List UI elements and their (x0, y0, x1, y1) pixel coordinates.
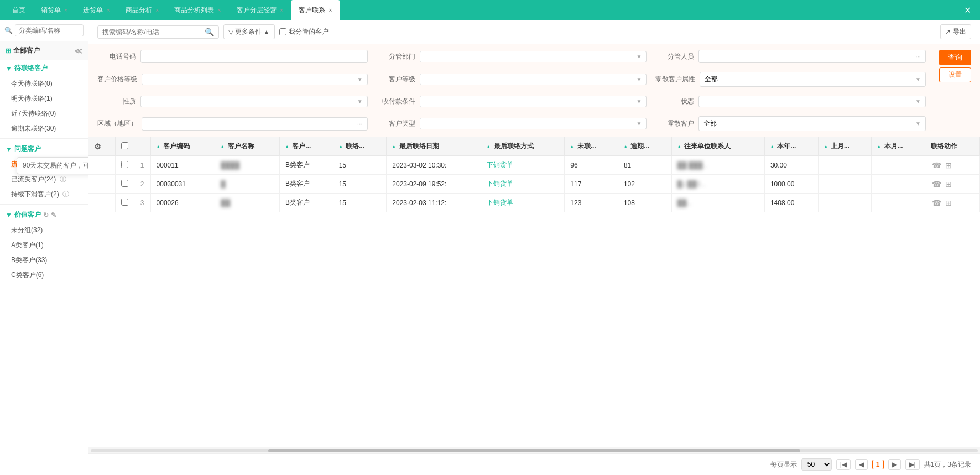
person-select-dots[interactable]: ··· (915, 53, 921, 60)
person-select[interactable]: ··· (698, 50, 926, 63)
sidebar-item-today-contact[interactable]: 今天待联络(0) (0, 76, 88, 91)
phone-input[interactable] (140, 50, 368, 63)
horizontal-scrollbar[interactable] (88, 447, 980, 453)
sidebar-item-unclassified[interactable]: 未分组(32) (0, 223, 88, 238)
sidebar-item-churned[interactable]: 已流失客户(24) ⓘ (0, 172, 88, 187)
status-select[interactable]: ▼ (698, 96, 926, 107)
export-button[interactable]: ↗ 导出 (940, 24, 971, 39)
page-next-button[interactable]: ▶ (888, 459, 901, 470)
filter-search-icon[interactable]: 🔍 (205, 28, 214, 36)
last-method-link[interactable]: 下销货单 (487, 180, 513, 187)
row-checkbox-cell[interactable] (115, 156, 134, 175)
th-checkbox[interactable] (115, 137, 134, 156)
th-type[interactable]: ⬥ 客户... (280, 137, 333, 156)
tab-customer-contact-close[interactable]: × (329, 7, 332, 13)
tab-customer-segment[interactable]: 客户分层经营 × (229, 0, 291, 20)
scrollbar-thumb[interactable] (268, 449, 800, 452)
zero-retail-attr-select[interactable]: 全部 ▼ (700, 72, 926, 87)
action-contact-icon[interactable]: ☎ (932, 161, 941, 170)
sidebar-item-class-a[interactable]: A类客户(1) (0, 238, 88, 253)
sidebar-item-class-c[interactable]: C类客户(6) (0, 268, 88, 283)
per-page-select[interactable]: 50 100 (801, 458, 832, 471)
tab-product-analysis-list[interactable]: 商品分析列表 × (166, 0, 228, 20)
row-this-month-cell (872, 175, 925, 194)
row-checkbox-cell[interactable] (115, 194, 134, 212)
group-problem-customers[interactable]: ▼ 问题客户 (0, 141, 88, 157)
customer-type-select[interactable]: ▼ (420, 118, 647, 129)
all-customers-header[interactable]: ⊞ 全部客户 ≪ (0, 41, 88, 60)
last-method-link[interactable]: 下销货单 (487, 199, 513, 206)
customer-type-arrow: ▼ (636, 121, 642, 127)
last-method-link[interactable]: 下销货单 (487, 161, 513, 169)
sidebar-item-7days-contact[interactable]: 近7天待联络(0) (0, 106, 88, 121)
window-close-button[interactable]: ✕ (960, 5, 976, 15)
level-select[interactable]: ▼ (420, 74, 647, 85)
select-all-checkbox[interactable] (121, 142, 128, 149)
action-more-icon[interactable]: ⊞ (945, 180, 952, 189)
row-type-cell: B类客户 (280, 175, 333, 194)
tab-customer-segment-close[interactable]: × (280, 7, 283, 13)
query-button[interactable]: 查询 (939, 50, 971, 65)
page-prev-button[interactable]: ◀ (855, 459, 868, 470)
row-last-method-cell[interactable]: 下销货单 (481, 156, 565, 175)
th-no-contact[interactable]: ⬥ 未联... (565, 137, 618, 156)
sidebar-item-tomorrow-contact[interactable]: 明天待联络(1) (0, 91, 88, 106)
th-name[interactable]: ⬥ 客户名称 (215, 137, 280, 156)
more-conditions-button[interactable]: ▽ 更多条件 ▲ (223, 24, 275, 39)
row-checkbox[interactable] (121, 161, 128, 168)
tab-customer-contact[interactable]: 客户联系 × (291, 0, 340, 20)
page-first-button[interactable]: |◀ (836, 459, 851, 470)
sidebar-item-overdue-contact[interactable]: 逾期未联络(30) (0, 121, 88, 136)
tab-sales-order[interactable]: 销货单 × (33, 0, 75, 20)
sidebar-collapse-button[interactable]: ≪ (74, 46, 82, 55)
page-last-button[interactable]: ▶| (905, 459, 920, 470)
row-checkbox[interactable] (121, 180, 128, 187)
sidebar-search-input[interactable] (15, 24, 84, 36)
edit-icon[interactable]: ✎ (51, 211, 56, 219)
payment-select[interactable]: ▼ (420, 96, 647, 107)
status-label: 状态 (655, 97, 694, 106)
th-last-method[interactable]: ⬥ 最后联络方式 (481, 137, 565, 156)
tab-purchase-order-close[interactable]: × (106, 7, 110, 13)
dept-select[interactable]: ▼ (420, 51, 647, 62)
group-value-customers[interactable]: ▼ 价值客户 ↻ ✎ (0, 207, 88, 223)
th-code[interactable]: ⬥ 客户编码 (150, 137, 215, 156)
sidebar-item-declining[interactable]: 持续下滑客户(2) ⓘ (0, 187, 88, 202)
tab-product-analysis[interactable]: 商品分析 × (118, 0, 166, 20)
settings-button[interactable]: 设置 (939, 67, 971, 82)
th-unit-contacts[interactable]: ⬥ 往来单位联系人 (671, 137, 764, 156)
refresh-icon[interactable]: ↻ (43, 211, 49, 219)
row-checkbox-cell[interactable] (115, 175, 134, 194)
action-more-icon[interactable]: ⊞ (945, 199, 952, 207)
my-customers-checkbox-label[interactable]: 我分管的客户 (279, 27, 329, 36)
th-last-date[interactable]: ⬥ 最后联络日期 (387, 137, 481, 156)
th-this-year[interactable]: ⬥ 本年... (764, 137, 818, 156)
th-overdue[interactable]: ⬥ 逾期... (618, 137, 671, 156)
region-select[interactable]: ··· (142, 117, 368, 131)
tab-product-analysis-list-close[interactable]: × (217, 7, 221, 13)
th-this-month[interactable]: ⬥ 本月... (872, 137, 925, 156)
nature-arrow: ▼ (357, 98, 363, 105)
action-contact-icon[interactable]: ☎ (932, 180, 941, 189)
gear-icon[interactable]: ⚙ (94, 142, 101, 151)
row-last-method-cell[interactable]: 下销货单 (481, 194, 565, 212)
price-level-select[interactable]: ▼ (142, 74, 368, 85)
sidebar-item-class-b[interactable]: B类客户(33) (0, 253, 88, 268)
row-last-method-cell[interactable]: 下销货单 (481, 175, 565, 194)
tab-purchase-order[interactable]: 进货单 × (75, 0, 117, 20)
group-pending-contact[interactable]: ▼ 待联络客户 (0, 60, 88, 76)
row-checkbox[interactable] (121, 199, 128, 206)
th-last-month[interactable]: ⬥ 上月... (818, 137, 872, 156)
tab-sales-order-close[interactable]: × (64, 7, 67, 13)
tab-home[interactable]: 首页 (4, 0, 33, 20)
zero-retail-select[interactable]: 全部 ▼ (698, 116, 926, 131)
action-more-icon[interactable]: ⊞ (945, 161, 952, 170)
region-dots[interactable]: ··· (357, 120, 363, 128)
my-customers-checkbox[interactable] (279, 28, 286, 35)
filter-search-input[interactable] (102, 28, 205, 36)
action-contact-icon[interactable]: ☎ (932, 199, 941, 207)
tab-product-analysis-close[interactable]: × (155, 7, 159, 13)
th-gear[interactable]: ⚙ (88, 137, 115, 156)
nature-select[interactable]: ▼ (140, 96, 368, 107)
th-contact[interactable]: ⬥ 联络... (333, 137, 387, 156)
